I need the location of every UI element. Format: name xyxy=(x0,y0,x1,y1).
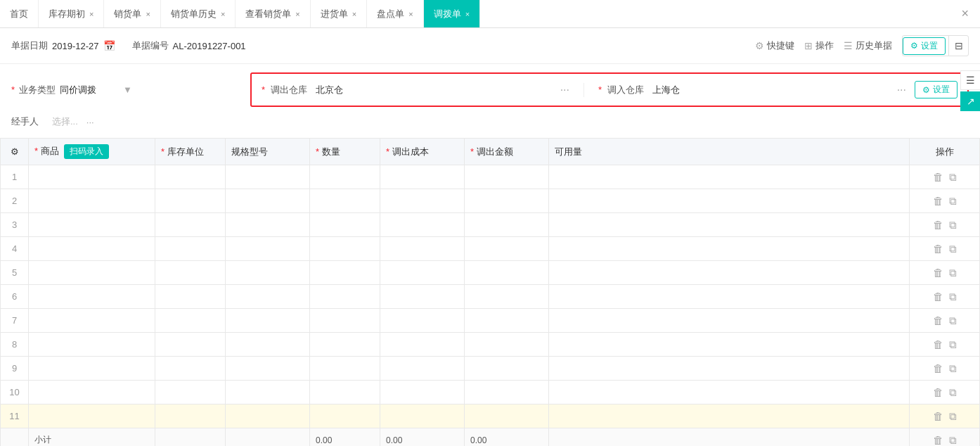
tab-close-sales-history[interactable]: × xyxy=(221,10,225,18)
warehouse-in-value[interactable]: 上海仓 xyxy=(652,84,680,96)
tab-close-inventory-init[interactable]: × xyxy=(89,10,94,18)
copy-icon[interactable]: ⧉ xyxy=(949,338,957,351)
table-cell[interactable] xyxy=(310,381,380,404)
tab-sales-history[interactable]: 销货单历史 × xyxy=(161,0,236,27)
table-cell[interactable] xyxy=(226,285,310,309)
operation-action[interactable]: ⊞ 操作 xyxy=(804,39,834,52)
table-cell[interactable] xyxy=(380,285,465,309)
delete-icon[interactable]: 🗑 xyxy=(933,362,943,374)
delete-icon[interactable]: 🗑 xyxy=(933,171,943,183)
table-cell[interactable] xyxy=(29,285,155,309)
window-close-button[interactable]: × xyxy=(950,6,980,21)
delete-icon[interactable]: 🗑 xyxy=(933,243,943,255)
copy-icon[interactable]: ⧉ xyxy=(949,195,957,208)
right-toolbar-export-btn[interactable]: ↗ xyxy=(960,91,980,111)
copy-icon[interactable]: ⧉ xyxy=(949,267,957,279)
tab-close-view-sales[interactable]: × xyxy=(295,10,299,18)
table-cell[interactable] xyxy=(380,261,465,285)
table-cell[interactable] xyxy=(155,237,226,261)
subtotal-delete-icon[interactable]: 🗑 xyxy=(933,434,943,446)
table-cell[interactable] xyxy=(380,237,465,261)
table-cell[interactable] xyxy=(380,213,465,237)
tab-close-stocktake[interactable]: × xyxy=(408,10,413,18)
tab-close-sales-order[interactable]: × xyxy=(146,10,150,18)
tab-stocktake[interactable]: 盘点单 × xyxy=(367,0,423,27)
table-cell[interactable] xyxy=(155,381,226,404)
calendar-icon[interactable]: 📅 xyxy=(103,40,115,51)
table-cell[interactable] xyxy=(310,189,380,213)
table-cell[interactable] xyxy=(465,165,549,189)
table-cell[interactable] xyxy=(549,165,910,189)
copy-icon[interactable]: ⧉ xyxy=(949,386,957,399)
table-cell[interactable] xyxy=(29,357,155,381)
warehouse-settings-button[interactable]: ⚙ 设置 xyxy=(915,81,958,98)
table-cell[interactable] xyxy=(380,189,465,213)
table-cell[interactable] xyxy=(29,381,155,404)
table-cell[interactable] xyxy=(29,237,155,261)
table-cell[interactable] xyxy=(549,381,910,404)
scan-button[interactable]: 扫码录入 xyxy=(64,144,109,159)
copy-icon[interactable]: ⧉ xyxy=(949,291,957,303)
table-cell[interactable] xyxy=(549,237,910,261)
table-cell[interactable] xyxy=(310,237,380,261)
table-cell[interactable] xyxy=(155,285,226,309)
tab-inventory-init[interactable]: 库存期初 × xyxy=(39,0,104,27)
table-cell[interactable] xyxy=(155,165,226,189)
table-cell[interactable] xyxy=(226,333,310,357)
table-cell[interactable] xyxy=(226,213,310,237)
table-cell[interactable] xyxy=(310,357,380,381)
settings-grid-button[interactable]: ⊟ xyxy=(948,36,968,56)
business-type-value[interactable]: 同价调拨 xyxy=(60,84,116,96)
table-cell[interactable] xyxy=(380,333,465,357)
table-cell[interactable] xyxy=(29,404,155,428)
table-cell[interactable] xyxy=(465,309,549,333)
table-cell[interactable] xyxy=(380,357,465,381)
warehouse-settings-icon[interactable]: ⚙ 设置 xyxy=(915,81,958,98)
handler-more[interactable]: ··· xyxy=(86,117,94,127)
warehouse-out-more[interactable]: ··· xyxy=(560,84,569,96)
table-cell[interactable] xyxy=(549,309,910,333)
table-cell[interactable] xyxy=(549,357,910,381)
tab-home[interactable]: 首页 xyxy=(0,0,39,27)
table-cell[interactable] xyxy=(155,309,226,333)
table-cell[interactable] xyxy=(465,213,549,237)
table-cell[interactable] xyxy=(465,333,549,357)
table-cell[interactable] xyxy=(155,189,226,213)
table-cell[interactable] xyxy=(226,261,310,285)
table-cell[interactable] xyxy=(155,357,226,381)
handler-select[interactable]: 选择... xyxy=(52,115,78,128)
delete-icon[interactable]: 🗑 xyxy=(933,386,943,398)
table-cell[interactable] xyxy=(549,333,910,357)
tab-close-transfer[interactable]: × xyxy=(465,10,470,18)
table-cell[interactable] xyxy=(465,261,549,285)
table-cell[interactable] xyxy=(155,261,226,285)
table-cell[interactable] xyxy=(155,333,226,357)
table-cell[interactable] xyxy=(310,165,380,189)
table-cell[interactable] xyxy=(549,285,910,309)
table-cell[interactable] xyxy=(310,404,380,428)
settings-col-header[interactable]: ⚙ xyxy=(1,139,29,165)
table-cell[interactable] xyxy=(155,404,226,428)
table-cell[interactable] xyxy=(310,309,380,333)
table-cell[interactable] xyxy=(380,309,465,333)
tab-close-purchase[interactable]: × xyxy=(352,10,356,18)
table-cell[interactable] xyxy=(310,333,380,357)
delete-icon[interactable]: 🗑 xyxy=(933,291,943,302)
table-cell[interactable] xyxy=(465,189,549,213)
copy-icon[interactable]: ⧉ xyxy=(949,219,957,231)
table-cell[interactable] xyxy=(29,213,155,237)
copy-icon[interactable]: ⧉ xyxy=(949,362,957,375)
table-cell[interactable] xyxy=(226,165,310,189)
history-action[interactable]: ☰ 历史单据 xyxy=(844,39,892,52)
tab-view-sales[interactable]: 查看销货单 × xyxy=(236,0,310,27)
tab-purchase[interactable]: 进货单 × xyxy=(311,0,367,27)
subtotal-copy-icon[interactable]: ⧉ xyxy=(949,434,957,447)
delete-icon[interactable]: 🗑 xyxy=(933,338,943,350)
table-cell[interactable] xyxy=(29,189,155,213)
copy-icon[interactable]: ⧉ xyxy=(949,243,957,255)
settings-button[interactable]: ⚙ 设置 xyxy=(903,37,946,55)
table-cell[interactable] xyxy=(465,357,549,381)
table-cell[interactable] xyxy=(29,165,155,189)
table-cell[interactable] xyxy=(465,237,549,261)
table-cell[interactable] xyxy=(310,261,380,285)
